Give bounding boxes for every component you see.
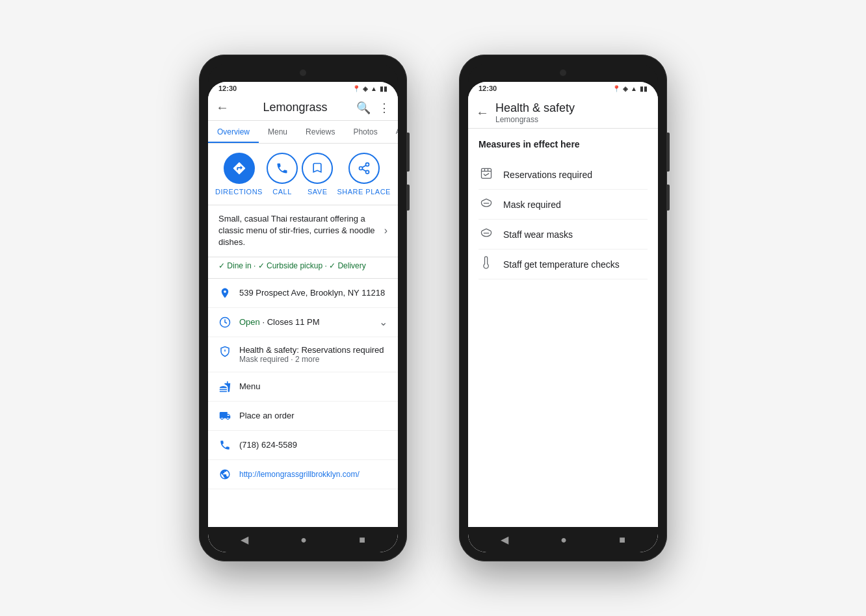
svg-line-4	[362, 165, 366, 167]
page-title-1: Lemongrass	[234, 101, 356, 114]
status-time-2: 12:30	[479, 84, 497, 92]
hs-header-titles: Health & safety Lemongrass	[495, 101, 575, 124]
share-place-button[interactable]: SHARE PLACE	[337, 153, 391, 196]
svg-point-1	[359, 167, 362, 170]
address-text: 539 Prospect Ave, Brooklyn, NY 11218	[239, 288, 385, 298]
more-icon-1[interactable]: ⋮	[378, 101, 390, 115]
tabs-1: Overview Menu Reviews Photos A	[208, 121, 398, 144]
phone-row[interactable]: (718) 624-5589	[208, 431, 398, 460]
phone-text: (718) 624-5589	[239, 440, 297, 450]
location-icon-2: 📍	[612, 85, 620, 92]
share-icon	[358, 162, 371, 175]
health-safety-row[interactable]: Health & safety: Reservations required M…	[208, 337, 398, 372]
save-button[interactable]: SAVE	[302, 153, 333, 196]
address-row[interactable]: 539 Prospect Ave, Brooklyn, NY 11218	[208, 279, 398, 308]
measure-text-1: Mask required	[503, 199, 561, 210]
back-button-2[interactable]: ←	[476, 105, 489, 120]
status-bar-1: 12:30 📍 ◈ ▲ ▮▮	[208, 82, 398, 95]
health-safety-value: Reservations required	[301, 345, 384, 355]
signal-icon-2: ▲	[631, 85, 637, 92]
website-icon	[218, 468, 231, 481]
phone-icon	[218, 439, 231, 452]
back-nav-btn-1[interactable]: ◀	[241, 533, 248, 546]
camera-dot-1	[300, 70, 306, 76]
directions-button[interactable]: DIRECTIONS	[215, 153, 263, 196]
bottom-nav-1: ◀ ● ■	[208, 527, 398, 552]
menu-text: Menu	[239, 381, 261, 391]
share-icon-circle	[348, 153, 380, 184]
tab-reviews[interactable]: Reviews	[296, 121, 344, 143]
hs-title: Health & safety	[495, 101, 575, 115]
battery-icon: ▮▮	[380, 85, 387, 92]
recents-nav-btn-1[interactable]: ■	[359, 534, 365, 546]
menu-row[interactable]: Menu	[208, 372, 398, 402]
temperature-icon	[479, 256, 494, 272]
save-icon	[311, 162, 324, 175]
description-row[interactable]: Small, casual Thai restaurant offering a…	[208, 205, 398, 257]
order-icon	[218, 409, 231, 422]
screen-content-1: ← Lemongrass 🔍 ⋮ Overview Menu Reviews P…	[208, 95, 398, 527]
hs-header: ← Health & safety Lemongrass	[468, 95, 658, 129]
phone-1-top-bar	[208, 64, 398, 82]
wifi-icon-2: ◈	[623, 85, 628, 92]
back-nav-btn-2[interactable]: ◀	[501, 533, 508, 546]
home-nav-btn-2[interactable]: ●	[560, 534, 567, 546]
order-text: Place an order	[239, 411, 295, 420]
tab-overview[interactable]: Overview	[208, 121, 259, 143]
save-label: SAVE	[308, 188, 328, 196]
health-safety-content: Health & safety: Reservations required M…	[239, 345, 387, 364]
health-safety-label: Health & safety:	[239, 345, 301, 355]
call-icon-circle	[267, 153, 298, 184]
phone-2: 12:30 📍 ◈ ▲ ▮▮ ← Health & safety Lemongr…	[459, 55, 667, 561]
close-time: · Closes 11 PM	[262, 317, 319, 327]
measure-text-0: Reservations required	[503, 170, 592, 180]
phone-1: 12:30 📍 ◈ ▲ ▮▮ ← Lemongrass 🔍 ⋮	[199, 55, 407, 561]
measure-row-2: Staff wear masks	[479, 220, 648, 250]
scroll-area-1[interactable]: Small, casual Thai restaurant offering a…	[208, 205, 398, 527]
location-pin-icon	[218, 287, 231, 300]
recents-nav-btn-2[interactable]: ■	[619, 534, 625, 546]
directions-icon-circle	[224, 153, 255, 184]
order-row[interactable]: Place an order	[208, 402, 398, 431]
open-status: Open	[239, 317, 260, 327]
health-safety-icon	[218, 345, 231, 358]
status-icons-2: 📍 ◈ ▲ ▮▮	[612, 85, 648, 92]
phone-content: (718) 624-5589	[239, 439, 387, 450]
hours-dropdown-icon[interactable]: ⌄	[379, 316, 387, 328]
hs-section-title: Measures in effect here	[479, 139, 648, 149]
page-wrapper: 12:30 📍 ◈ ▲ ▮▮ ← Lemongrass 🔍 ⋮	[0, 0, 866, 616]
website-row[interactable]: http://lemongrassgrillbrokklyn.com/	[208, 460, 398, 489]
call-button[interactable]: CALL	[267, 153, 298, 196]
tab-menu[interactable]: Menu	[259, 121, 296, 143]
order-content: Place an order	[239, 409, 387, 421]
reservations-icon	[479, 166, 494, 183]
description-arrow-icon: ›	[384, 225, 387, 237]
back-button-1[interactable]: ←	[216, 100, 229, 115]
description-text: Small, casual Thai restaurant offering a…	[218, 213, 384, 249]
measure-text-3: Staff get temperature checks	[503, 259, 620, 270]
health-safety-text: Health & safety: Reservations required	[239, 345, 387, 355]
svg-point-0	[365, 163, 369, 166]
status-icons-1: 📍 ◈ ▲ ▮▮	[352, 85, 387, 92]
website-text: http://lemongrassgrillbrokklyn.com/	[239, 470, 360, 479]
svg-line-3	[362, 169, 366, 171]
save-icon-circle	[302, 153, 333, 184]
tab-photos[interactable]: Photos	[344, 121, 386, 143]
status-time-1: 12:30	[218, 84, 237, 92]
header-icons-1: 🔍 ⋮	[356, 101, 390, 115]
website-content: http://lemongrassgrillbrokklyn.com/	[239, 468, 387, 480]
directions-icon	[232, 161, 246, 175]
hours-row[interactable]: Open · Closes 11 PM ⌄	[208, 308, 398, 337]
tab-more[interactable]: A	[387, 121, 398, 143]
measure-text-2: Staff wear masks	[503, 229, 573, 240]
phone-1-inner: 12:30 📍 ◈ ▲ ▮▮ ← Lemongrass 🔍 ⋮	[208, 82, 398, 552]
service-options: ✓ Dine in · ✓ Curbside pickup · ✓ Delive…	[208, 257, 398, 279]
measure-row-3: Staff get temperature checks	[479, 250, 648, 279]
share-label: SHARE PLACE	[337, 188, 391, 196]
search-icon-1[interactable]: 🔍	[356, 101, 371, 115]
measure-row-0: Reservations required	[479, 160, 648, 190]
home-nav-btn-1[interactable]: ●	[300, 534, 307, 546]
bottom-nav-2: ◀ ● ■	[468, 527, 658, 552]
call-icon	[276, 162, 289, 175]
mask-required-icon	[479, 196, 494, 212]
